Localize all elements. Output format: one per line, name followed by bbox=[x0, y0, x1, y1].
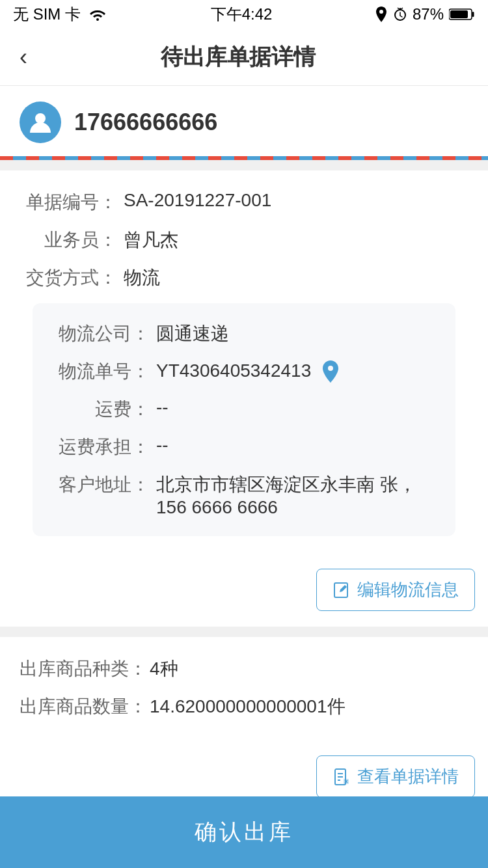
status-right: 87% bbox=[375, 5, 475, 23]
page-title: 待出库单据详情 bbox=[40, 42, 436, 72]
delivery-method-row: 交货方式： 物流 bbox=[20, 265, 468, 290]
freight-bearer-label: 运费承担： bbox=[52, 435, 150, 459]
quantity-value: 14.620000000000001件 bbox=[150, 694, 346, 719]
quantity-row: 出库商品数量： 14.620000000000001件 bbox=[20, 694, 468, 719]
svg-rect-3 bbox=[450, 10, 468, 18]
nav-bar: ‹ 待出库单据详情 bbox=[0, 29, 488, 86]
logistics-company-label: 物流公司： bbox=[52, 321, 150, 346]
status-time: 下午4:42 bbox=[211, 4, 273, 25]
tracking-no-row: 物流单号： YT43064053424​13 bbox=[52, 359, 436, 384]
sales-person-row: 业务员： 曾凡杰 bbox=[20, 228, 468, 252]
sales-person-label: 业务员： bbox=[20, 228, 117, 252]
address-label: 客户地址： bbox=[52, 472, 150, 497]
section-divider bbox=[0, 627, 488, 637]
category-label: 出库商品种类： bbox=[20, 657, 150, 681]
delivery-method-value: 物流 bbox=[124, 265, 468, 290]
back-button[interactable]: ‹ bbox=[20, 46, 27, 69]
avatar bbox=[20, 102, 61, 143]
category-row: 出库商品种类： 4种 bbox=[20, 657, 468, 681]
stats-section: 出库商品种类： 4种 出库商品数量： 14.620000000000001件 bbox=[0, 637, 488, 745]
carrier-label: 无 SIM 卡 bbox=[13, 4, 81, 25]
confirm-btn-label: 确认出库 bbox=[195, 817, 293, 847]
freight-bearer-row: 运费承担： -- bbox=[52, 435, 436, 459]
svg-point-4 bbox=[35, 113, 46, 124]
logistics-company-value: 圆通速递 bbox=[156, 321, 436, 346]
document-no-row: 单据编号： SA-20191227-001 bbox=[20, 190, 468, 215]
decorative-dashed-line bbox=[0, 156, 488, 160]
logistics-company-row: 物流公司： 圆通速递 bbox=[52, 321, 436, 346]
battery-percent: 87% bbox=[413, 5, 444, 23]
freight-value: -- bbox=[156, 397, 436, 418]
edit-icon bbox=[332, 581, 351, 599]
category-value: 4种 bbox=[150, 657, 178, 681]
tracking-no-label: 物流单号： bbox=[52, 359, 150, 384]
sales-person-value: 曾凡杰 bbox=[124, 228, 468, 252]
freight-row: 运费： -- bbox=[52, 397, 436, 422]
quantity-label: 出库商品数量： bbox=[20, 694, 150, 719]
status-bar: 无 SIM 卡 下午4:42 87% bbox=[0, 0, 488, 29]
confirm-outbound-button[interactable]: 确认出库 bbox=[0, 796, 488, 868]
alarm-icon bbox=[393, 7, 407, 22]
basic-info-section: 单据编号： SA-20191227-001 业务员： 曾凡杰 交货方式： 物流 … bbox=[0, 170, 488, 556]
logistics-card: 物流公司： 圆通速递 物流单号： YT43064053424​13 运费： --… bbox=[33, 303, 455, 536]
freight-bearer-value: -- bbox=[156, 435, 436, 455]
edit-btn-row: 编辑物流信息 bbox=[0, 556, 488, 627]
view-detail-button[interactable]: 查看单据详情 bbox=[316, 755, 475, 798]
tracking-no-value: YT43064053424​13 bbox=[156, 359, 436, 383]
view-detail-label: 查看单据详情 bbox=[357, 765, 459, 788]
delivery-method-label: 交货方式： bbox=[20, 265, 117, 290]
edit-logistics-label: 编辑物流信息 bbox=[357, 578, 459, 601]
wifi-icon bbox=[87, 7, 108, 22]
svg-rect-2 bbox=[472, 12, 474, 17]
map-pin-icon[interactable] bbox=[319, 359, 342, 383]
location-active-icon bbox=[375, 7, 388, 22]
address-value: 北京市市辖区海淀区永丰南 张，156 6666 6666 bbox=[156, 472, 436, 518]
content: 17666666666 单据编号： SA-20191227-001 业务员： 曾… bbox=[0, 86, 488, 868]
customer-card: 17666666666 bbox=[0, 86, 488, 156]
document-no-value: SA-20191227-001 bbox=[124, 190, 468, 211]
status-left: 无 SIM 卡 bbox=[13, 4, 108, 25]
battery-icon bbox=[449, 8, 475, 21]
freight-label: 运费： bbox=[52, 397, 150, 422]
person-icon bbox=[27, 109, 53, 135]
address-row: 客户地址： 北京市市辖区海淀区永丰南 张，156 6666 6666 bbox=[52, 472, 436, 518]
document-icon bbox=[332, 768, 351, 786]
customer-phone: 17666666666 bbox=[74, 109, 217, 136]
edit-logistics-button[interactable]: 编辑物流信息 bbox=[316, 569, 475, 611]
document-no-label: 单据编号： bbox=[20, 190, 117, 215]
